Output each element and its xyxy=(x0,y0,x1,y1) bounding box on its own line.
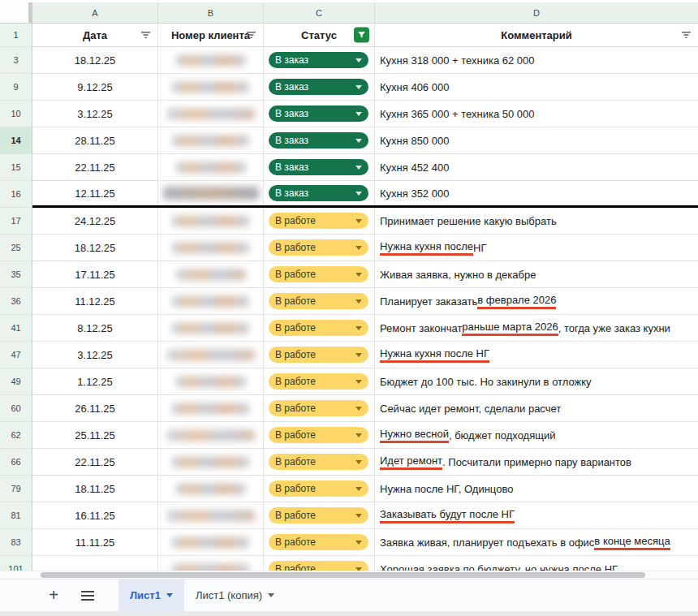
filter-active-icon[interactable] xyxy=(354,28,369,43)
date-cell[interactable]: 26.11.25 xyxy=(32,395,158,421)
date-cell[interactable]: 22.11.25 xyxy=(32,154,158,180)
scrollbar-thumb[interactable] xyxy=(41,572,645,578)
date-cell[interactable]: 16.11.25 xyxy=(32,502,158,528)
date-cell[interactable]: 9.12.25 xyxy=(32,74,158,100)
row-number[interactable]: 79 xyxy=(0,476,32,502)
horizontal-scrollbar[interactable] xyxy=(0,571,698,579)
client-number-cell[interactable] xyxy=(158,529,264,555)
row-number[interactable]: 41 xyxy=(0,315,32,342)
filter-icon[interactable] xyxy=(680,29,692,41)
date-cell[interactable]: 25.11.25 xyxy=(32,422,158,448)
status-chip[interactable]: В работе xyxy=(269,507,368,523)
column-header-d[interactable]: D xyxy=(375,2,698,23)
comment-cell[interactable]: Нужна кухня после НГ xyxy=(375,342,698,368)
date-cell[interactable]: 22.11.25 xyxy=(32,449,158,475)
row-number[interactable]: 14 xyxy=(0,127,32,154)
column-header-c[interactable]: C xyxy=(264,2,375,23)
row-number[interactable]: 66 xyxy=(0,449,32,476)
date-cell[interactable]: 1.12.25 xyxy=(32,368,158,394)
comment-cell[interactable]: Заявка живая, планирует подъехать в офис… xyxy=(375,529,698,555)
comment-cell[interactable]: Кухня 850 000 xyxy=(375,127,698,153)
row-number[interactable]: 49 xyxy=(0,368,32,395)
comment-cell[interactable]: Заказывать будут после НГ xyxy=(375,502,698,528)
sheet-tab-list1[interactable]: Лист1 xyxy=(118,579,184,611)
filter-icon[interactable] xyxy=(140,29,152,41)
row-number[interactable]: 15 xyxy=(0,154,32,181)
client-number-cell[interactable] xyxy=(158,154,264,180)
row-number[interactable]: 17 xyxy=(0,208,32,235)
status-chip[interactable]: В работе xyxy=(269,454,368,470)
row-number[interactable]: 1 xyxy=(0,24,32,47)
status-chip[interactable]: В работе xyxy=(269,400,368,416)
status-chip[interactable]: В работе xyxy=(269,293,368,309)
status-chip[interactable]: В работе xyxy=(269,480,368,497)
header-cell-client-number[interactable]: Номер клиента xyxy=(158,24,264,46)
status-chip[interactable]: В работе xyxy=(269,320,368,336)
status-chip[interactable]: В работе xyxy=(269,427,368,443)
header-cell-date[interactable]: Дата xyxy=(32,24,158,46)
date-cell[interactable]: 17.11.25 xyxy=(32,261,158,287)
client-number-cell[interactable] xyxy=(158,342,264,368)
row-number[interactable]: 60 xyxy=(0,395,32,422)
status-chip[interactable]: В заказ xyxy=(269,52,368,68)
client-number-cell[interactable] xyxy=(158,288,264,314)
status-chip[interactable]: В заказ xyxy=(269,159,368,175)
client-number-cell[interactable] xyxy=(158,368,264,394)
comment-cell[interactable]: Кухня 365 000 + техника 50 000 xyxy=(375,101,698,127)
comment-cell[interactable]: Принимает решение какую выбрать xyxy=(375,208,698,234)
status-chip[interactable]: В заказ xyxy=(269,106,368,122)
filter-icon[interactable] xyxy=(245,29,257,41)
client-number-cell[interactable] xyxy=(158,235,264,261)
client-number-cell[interactable] xyxy=(158,101,264,127)
comment-cell[interactable]: Ремонт закончат раньше марта 2026, тогда… xyxy=(375,315,698,341)
row-number[interactable]: 3 xyxy=(0,47,32,74)
select-all-corner[interactable] xyxy=(0,2,32,24)
comment-cell[interactable]: Нужно весной, бюджет подходящий xyxy=(375,422,698,448)
row-number[interactable]: 16 xyxy=(0,181,32,208)
client-number-cell[interactable] xyxy=(158,47,264,73)
date-cell[interactable]: 18.12.25 xyxy=(32,235,158,261)
comment-cell[interactable]: Кухня 406 000 xyxy=(375,74,698,100)
column-header-a[interactable]: A xyxy=(32,2,158,23)
date-cell[interactable] xyxy=(32,556,158,571)
client-number-cell[interactable] xyxy=(158,449,264,475)
status-chip[interactable]: В работе xyxy=(269,266,368,282)
date-cell[interactable]: 18.11.25 xyxy=(32,476,158,502)
header-cell-status[interactable]: Статус xyxy=(264,24,375,46)
date-cell[interactable]: 18.12.25 xyxy=(32,47,158,73)
client-number-cell[interactable] xyxy=(158,261,264,287)
comment-cell[interactable]: Сейчас идет ремонт, сделали расчет xyxy=(375,395,698,421)
status-chip[interactable]: В работе xyxy=(269,373,368,390)
comment-cell[interactable]: Живая заявка, нужно в декабре xyxy=(375,261,698,287)
sheet-tab-list1-copy[interactable]: Лист1 (копия) xyxy=(184,579,286,611)
date-cell[interactable]: 3.12.25 xyxy=(32,101,158,127)
row-number[interactable]: 81 xyxy=(0,502,32,529)
date-cell[interactable]: 12.11.25 xyxy=(32,181,158,205)
status-chip[interactable]: В работе xyxy=(269,347,368,363)
client-number-cell[interactable] xyxy=(158,422,264,448)
row-number[interactable]: 10 xyxy=(0,101,32,127)
comment-cell[interactable]: Идет ремонт. Посчитали примерно пару вар… xyxy=(375,449,698,475)
comment-cell[interactable]: Нужна кухня после НГ xyxy=(375,235,698,261)
comment-cell[interactable]: Планирует заказать в феврале 2026 xyxy=(375,288,698,314)
all-sheets-button[interactable] xyxy=(75,579,101,611)
status-chip[interactable]: В работе xyxy=(269,561,368,571)
row-number[interactable]: 83 xyxy=(0,529,32,556)
client-number-cell[interactable] xyxy=(158,556,264,571)
client-number-cell[interactable] xyxy=(158,208,264,234)
client-number-cell[interactable] xyxy=(158,181,264,205)
date-cell[interactable]: 8.12.25 xyxy=(32,315,158,341)
add-sheet-button[interactable]: + xyxy=(42,579,65,611)
date-cell[interactable]: 24.12.25 xyxy=(32,208,158,234)
status-chip[interactable]: В заказ xyxy=(269,79,368,95)
comment-cell[interactable]: Кухня 352 000 xyxy=(375,181,698,205)
status-chip[interactable]: В работе xyxy=(269,239,368,256)
client-number-cell[interactable] xyxy=(158,502,264,528)
comment-cell[interactable]: Хорошая заявка по бюджету, но нужна посл… xyxy=(375,556,698,571)
client-number-cell[interactable] xyxy=(158,315,264,341)
client-number-cell[interactable] xyxy=(158,395,264,421)
date-cell[interactable]: 11.11.25 xyxy=(32,529,158,555)
row-number[interactable]: 9 xyxy=(0,74,32,101)
comment-cell[interactable]: Нужна после НГ, Одинцово xyxy=(375,476,698,502)
row-number[interactable]: 35 xyxy=(0,261,32,288)
